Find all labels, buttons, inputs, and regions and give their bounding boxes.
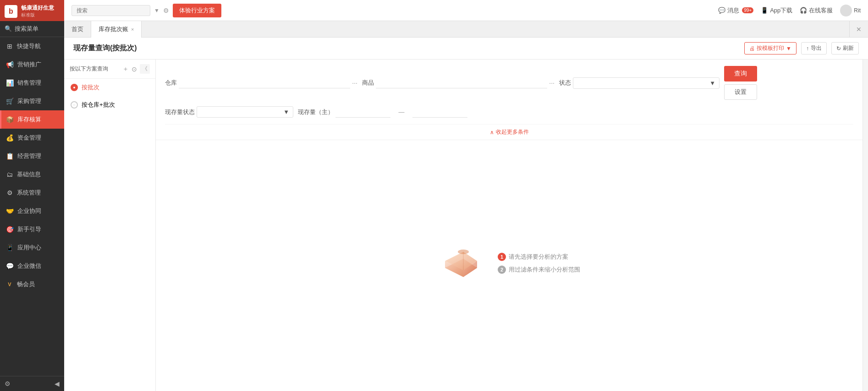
scheme-panel-icons: ＋ ⊙ 《 [122,64,150,74]
sidebar-item-quick-nav[interactable]: ⊞ 快捷导航 [0,37,64,55]
avatar [840,5,852,16]
product-input[interactable] [376,77,547,88]
tab-close-icon[interactable]: × [131,27,134,32]
sidebar-item-label: 经营管理 [17,152,41,160]
page-actions: 🖨 按模板打印 ▼ ↑ 导出 ↻ 刷新 [744,42,859,54]
export-btn[interactable]: ↑ 导出 [801,42,827,54]
template-print-btn[interactable]: 🖨 按模板打印 ▼ [744,42,797,54]
product-ellipsis-btn[interactable]: ··· [549,79,555,87]
sidebar-item-purchase[interactable]: 🛒 采购管理 [0,92,64,110]
empty-hint-2: 2 用过滤条件来缩小分析范围 [498,266,580,274]
tab-extra-close[interactable]: ✕ [849,21,868,38]
hint-text-2: 用过滤条件来缩小分析范围 [509,266,580,274]
print-chevron-icon[interactable]: ▼ [786,45,791,52]
inventory-qty-to-input[interactable] [412,107,467,118]
ops-icon: 📋 [6,152,14,160]
left-panel-header: 按以下方案查询 ＋ ⊙ 《 [64,60,155,79]
sidebar-item-ops[interactable]: 📋 经营管理 [0,147,64,165]
headset-icon: 🎧 [800,7,807,14]
online-service-btn[interactable]: 🎧 在线客服 [800,6,833,15]
tabs-bar: 首页 库存批次账 × ✕ [64,21,868,38]
sidebar-item-label: 库存核算 [17,115,41,124]
app-info: 畅康通好生意 标准版 [21,5,54,18]
warehouse-input[interactable] [179,77,350,88]
sidebar-footer: ⚙ ◀ [0,376,64,391]
empty-hints: 1 请先选择要分析的方案 2 用过滤条件来缩小分析范围 [498,253,580,278]
refresh-btn[interactable]: ↻ 刷新 [831,42,859,54]
page-title: 现存量查询(按批次) [73,43,137,53]
tab-inventory-batch[interactable]: 库存批次账 × [91,21,142,38]
sidebar-item-basic[interactable]: 🗂 基础信息 [0,165,64,184]
footer-settings-icon[interactable]: ⚙ [5,380,11,387]
filter-collapse-btn[interactable]: ∧ 收起更多条件 [165,124,853,140]
purchase-icon: 🛒 [6,98,14,105]
sidebar-item-label: 应用中心 [17,244,41,252]
query-btn[interactable]: 查询 [724,66,757,81]
sidebar-item-enterprise[interactable]: 🤝 企业协同 [0,202,64,220]
scheme-item-batch[interactable]: ● 按批次 [64,79,155,96]
hint-num-1: 1 [498,253,506,261]
user-avatar-btn[interactable]: Rit [840,5,861,16]
sidebar-item-inventory[interactable]: 📦 库存核算 [0,110,64,129]
scheme-panel-title: 按以下方案查询 [70,65,108,73]
scheme-item-warehouse-batch[interactable]: ○ 按仓库+批次 [64,96,155,114]
topbar-chevron-icon[interactable]: ▼ [154,7,159,14]
sidebar-item-label: 新手引导 [17,225,41,234]
status-select[interactable]: ▼ [573,77,720,89]
user-name-label: Rit [854,7,861,14]
phone-icon: 📱 [761,7,768,14]
sidebar-item-system[interactable]: ⚙ 系统管理 [0,184,64,202]
settings-scheme-icon[interactable]: ⊙ [132,65,137,73]
settings-btn[interactable]: 设置 [724,84,757,100]
topbar-search-input[interactable] [71,5,150,16]
sidebar-item-label: 快捷导航 [17,42,41,50]
right-panel: 仓库 ··· 商品 ··· 状态 ▼ [156,60,863,391]
inventory-qty-from-input[interactable] [335,107,390,118]
experience-btn[interactable]: 体验行业方案 [173,4,221,17]
inventory-status-arrow: ▼ [283,109,289,115]
topbar: ▼ ⚙ 体验行业方案 💬 消息 99+ 📱 App下载 🎧 在线客服 Rit [64,0,868,21]
sales-icon: 📊 [6,79,14,87]
qty-dash: — [392,109,411,115]
enterprise-icon: 🤝 [6,207,14,215]
filter-status: 状态 ▼ [559,77,720,89]
warehouse-ellipsis-btn[interactable]: ··· [352,79,357,87]
sidebar-item-sales[interactable]: 📊 销售管理 [0,74,64,92]
sidebar-item-newbie[interactable]: 🎯 新手引导 [0,220,64,239]
inventory-icon: 📦 [6,116,14,123]
tab-home[interactable]: 首页 [64,21,91,38]
filter-row-1: 仓库 ··· 商品 ··· 状态 ▼ [165,66,853,100]
export-icon: ↑ [806,45,809,52]
collapse-label: 收起更多条件 [496,128,529,136]
sidebar-search[interactable]: 🔍 搜索菜单 [0,21,64,37]
empty-state: 1 请先选择要分析的方案 2 用过滤条件来缩小分析范围 [156,140,863,391]
scheme-warehouse-batch-label: 按仓库+批次 [82,101,115,109]
collapse-chevron-icon: ∧ [490,129,494,136]
sidebar-item-wechat[interactable]: 💬 企业微信 [0,257,64,275]
add-scheme-icon[interactable]: ＋ [122,65,129,73]
sidebar-item-label: 资金管理 [17,134,41,142]
sidebar: b 畅康通好生意 标准版 🔍 搜索菜单 ⊞ 快捷导航 📢 营销推广 📊 销售管理… [0,0,64,391]
topbar-gear-icon[interactable]: ⚙ [163,7,169,14]
messages-btn[interactable]: 💬 消息 99+ [718,6,753,15]
sidebar-item-label: 企业协同 [17,207,41,215]
app-logo: b [5,5,17,18]
right-scrollbar[interactable] [863,60,868,391]
sidebar-item-finance[interactable]: 💰 资金管理 [0,129,64,147]
sidebar-item-vip[interactable]: V 畅会员 [0,275,64,293]
footer-collapse-icon[interactable]: ◀ [55,380,60,387]
newbie-icon: 🎯 [6,226,14,233]
export-label: 导出 [811,44,822,52]
sidebar-item-marketing[interactable]: 📢 营销推广 [0,55,64,74]
inventory-status-select[interactable]: ▼ [197,106,293,118]
app-download-btn[interactable]: 📱 App下载 [761,6,792,15]
empty-box-svg [438,243,484,288]
action-buttons: 查询 设置 [724,66,757,100]
hint-text-1: 请先选择要分析的方案 [509,253,568,261]
sidebar-item-apps[interactable]: 📱 应用中心 [0,239,64,257]
warehouse-filter-label: 仓库 [165,79,177,87]
edition-label: 标准版 [21,12,54,18]
collapse-scheme-btn[interactable]: 《 [140,64,150,74]
search-menu-label: 搜索菜单 [15,25,38,33]
template-print-label: 按模板打印 [757,44,784,52]
